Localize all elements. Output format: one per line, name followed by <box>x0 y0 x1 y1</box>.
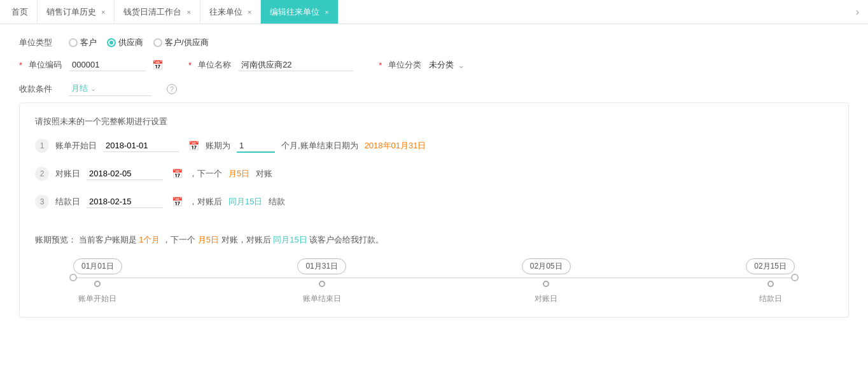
tl-point-1: 01月01日 账单开始日 <box>73 258 122 304</box>
unit-cat-select[interactable]: 未分类 ⌄ <box>429 59 465 71</box>
tl-pill-2: 01月31日 <box>297 258 346 274</box>
tab-partners-close[interactable]: × <box>248 8 251 16</box>
unit-code-label: 单位编码 <box>29 59 62 71</box>
tab-home[interactable]: 首页 <box>3 0 38 24</box>
tl-pill-4: 02月15日 <box>746 258 795 274</box>
row2-label: 对账日 <box>55 168 80 179</box>
tab-edit-partner-close[interactable]: × <box>325 8 328 16</box>
payment-select[interactable]: 月结 ⌄ <box>69 81 151 96</box>
row1-label: 账单开始日 <box>55 140 97 151</box>
radio-group: 客户 供应商 客户/供应商 <box>69 37 209 48</box>
info-row: * 单位编码 📅 * 单位名称 * 单位分类 未分类 ⌄ <box>19 59 849 71</box>
unit-name-input[interactable] <box>239 59 353 71</box>
tl-pill-3: 02月05日 <box>522 258 571 274</box>
payment-chevron-icon: ⌄ <box>90 85 96 93</box>
tl-dot-3 <box>543 281 549 287</box>
required-star-name: * <box>188 60 192 70</box>
unit-code-group: * 单位编码 📅 <box>19 59 163 71</box>
tab-more-button[interactable]: › <box>850 0 865 24</box>
timeline: 01月01日 账单开始日 01月31日 账单结束日 02月05日 对账 <box>35 258 833 304</box>
tl-pill-1: 01月01日 <box>73 258 122 274</box>
tl-point-2: 01月31日 账单结束日 <box>297 258 346 304</box>
row2-suffix-post: 对账 <box>256 168 272 179</box>
tab-bar: 首页 销售订单历史 × 钱货日清工作台 × 往来单位 × 编辑往来单位 × › <box>0 0 868 24</box>
tl-label-1: 账单开始日 <box>78 293 116 304</box>
row3-teal: 同月15日 <box>228 196 262 208</box>
unit-name-group: * 单位名称 <box>188 59 353 71</box>
calendar-icon-row3[interactable]: 📅 <box>172 197 183 207</box>
tl-label-2: 账单结束日 <box>303 293 341 304</box>
settings-panel: 请按照未来的一个完整帐期进行设置 1 账单开始日 📅 账期为 个月,账单结束日期… <box>19 102 849 318</box>
preview-text-row: 账期预览： 当前客户账期是 1个月 ，下一个 月5日 对账，对账后 同月15日 … <box>35 234 833 246</box>
tl-right-dot <box>791 274 799 281</box>
calendar-icon-row1[interactable]: 📅 <box>188 141 199 151</box>
setting-row-3: 3 结款日 📅 ，对账后 同月15日 结款 <box>35 195 833 209</box>
preview-highlight3: 同月15日 <box>273 235 307 244</box>
calendar-icon-code[interactable]: 📅 <box>152 60 163 70</box>
row3-suffix-pre: ，对账后 <box>189 196 222 208</box>
preview-section: 账期预览： 当前客户账期是 1个月 ，下一个 月5日 对账，对账后 同月15日 … <box>35 223 833 304</box>
payment-row: 收款条件 月结 ⌄ ? <box>19 81 849 96</box>
unit-code-input[interactable] <box>69 59 146 71</box>
preview-highlight2: 月5日 <box>198 235 219 244</box>
tl-label-3: 对账日 <box>535 293 557 304</box>
row3-date-input[interactable] <box>87 195 163 208</box>
period-input[interactable] <box>237 139 275 153</box>
unit-cat-label: 单位分类 <box>388 59 421 71</box>
unit-type-row: 单位类型 客户 供应商 客户/供应商 <box>19 37 849 48</box>
unit-cat-group: * 单位分类 未分类 ⌄ <box>379 59 465 71</box>
radio-supplier-label: 供应商 <box>118 37 143 48</box>
tab-home-label: 首页 <box>11 6 28 18</box>
tl-dot-4 <box>767 281 774 287</box>
tab-sales-history-label: 销售订单历史 <box>46 6 96 18</box>
calendar-icon-row2[interactable]: 📅 <box>172 169 183 179</box>
tl-left-dot <box>69 274 77 281</box>
row2-orange: 月5日 <box>228 168 249 179</box>
required-star-cat: * <box>379 60 382 70</box>
tab-partners-label: 往来单位 <box>209 6 242 18</box>
main-content: 单位类型 客户 供应商 客户/供应商 * 单位编码 📅 * 单位名称 <box>0 24 868 387</box>
tab-cash-desk-close[interactable]: × <box>186 8 190 16</box>
radio-supplier[interactable]: 供应商 <box>107 37 143 48</box>
radio-customer-circle <box>69 38 78 47</box>
setting-row-1: 1 账单开始日 📅 账期为 个月,账单结束日期为 2018年01月31日 <box>35 139 833 153</box>
tab-edit-partner-label: 编辑往来单位 <box>270 6 319 18</box>
tl-points-row: 01月01日 账单开始日 01月31日 账单结束日 02月05日 对账 <box>60 258 808 304</box>
tab-sales-history[interactable]: 销售订单历史 × <box>38 0 115 24</box>
help-icon[interactable]: ? <box>167 84 177 94</box>
tab-more-icon: › <box>856 6 859 18</box>
required-star-code: * <box>19 60 22 70</box>
tab-edit-partner[interactable]: 编辑往来单位 × <box>261 0 338 24</box>
row1-date-input[interactable] <box>103 139 179 152</box>
chevron-down-icon: ⌄ <box>458 60 465 70</box>
unit-cat-value: 未分类 <box>429 59 454 71</box>
tab-sales-history-close[interactable]: × <box>101 8 105 16</box>
preview-text-4: 该客户会给我打款。 <box>309 235 384 244</box>
preview-label: 账期预览： <box>35 235 76 244</box>
preview-text-2: ，下一个 <box>162 235 195 244</box>
row1-end-date: 2018年01月31日 <box>365 140 426 151</box>
preview-text-3: 对账，对账后 <box>221 235 271 244</box>
row2-date-input[interactable] <box>87 167 163 180</box>
row-num-1: 1 <box>35 139 49 153</box>
radio-both[interactable]: 客户/供应商 <box>153 37 209 48</box>
tl-point-3: 02月05日 对账日 <box>522 258 571 304</box>
row-num-2: 2 <box>35 167 49 181</box>
tab-partners[interactable]: 往来单位 × <box>200 0 261 24</box>
row1-suffix-before: 账期为 <box>206 140 230 151</box>
payment-label: 收款条件 <box>19 83 52 95</box>
unit-name-label: 单位名称 <box>198 59 231 71</box>
radio-both-circle <box>153 38 162 47</box>
setting-row-2: 2 对账日 📅 ，下一个月5日 对账 <box>35 167 833 181</box>
row1-suffix: 个月,账单结束日期为 <box>281 140 358 151</box>
radio-supplier-circle <box>107 38 116 47</box>
radio-customer-label: 客户 <box>80 37 97 48</box>
radio-both-label: 客户/供应商 <box>165 37 209 48</box>
tab-cash-desk[interactable]: 钱货日清工作台 × <box>115 0 200 24</box>
row3-suffix-post: 结款 <box>269 196 285 208</box>
row-num-3: 3 <box>35 195 49 209</box>
tab-cash-desk-label: 钱货日清工作台 <box>123 6 181 18</box>
radio-customer[interactable]: 客户 <box>69 37 97 48</box>
row3-label: 结款日 <box>55 196 80 208</box>
preview-text-1: 当前客户账期是 <box>79 235 137 244</box>
